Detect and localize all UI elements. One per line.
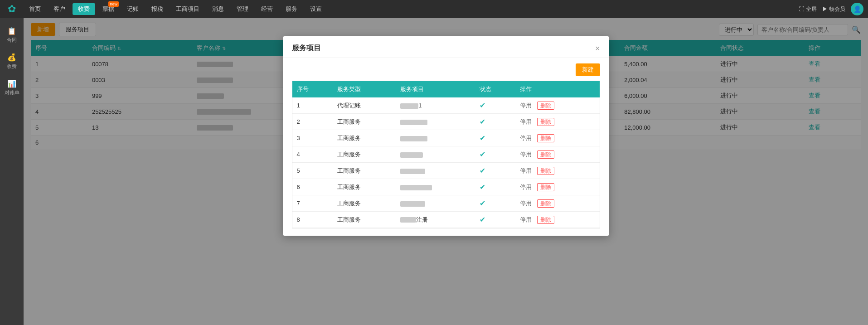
stop-button[interactable]: 停用 xyxy=(520,151,532,158)
delete-button[interactable]: 删除 xyxy=(537,216,554,224)
dialog-cell-status: ✔ xyxy=(475,179,515,195)
dialog-cell-item: 注册 xyxy=(396,212,475,228)
dialog-col-action: 操作 xyxy=(515,81,599,97)
nav-right: ⛶ 全屏 ▶ 畅会员 👤 xyxy=(799,3,863,15)
delete-button[interactable]: 删除 xyxy=(537,199,554,208)
content-area: 新增 服务项目 进行中 全部 已终止 🔍 序号 合同编码 xyxy=(24,18,868,325)
fee-icon: 💰 xyxy=(7,53,16,62)
dialog-cell-type: 工商服务 xyxy=(333,212,396,228)
dialog-toolbar: 新建 xyxy=(292,63,600,76)
dialog-close-button[interactable]: × xyxy=(595,44,600,53)
delete-button[interactable]: 删除 xyxy=(537,118,554,126)
sidebar-item-contract[interactable]: 📋 合同 xyxy=(0,23,24,47)
delete-button[interactable]: 删除 xyxy=(537,134,554,142)
stop-button[interactable]: 停用 xyxy=(520,184,532,190)
contract-icon: 📋 xyxy=(7,26,16,35)
dialog-col-seq: 序号 xyxy=(292,81,333,97)
stop-button[interactable]: 停用 xyxy=(520,118,532,125)
dialog-cell-status: ✔ xyxy=(475,163,515,179)
dialog-cell-seq: 1 xyxy=(292,97,333,114)
dialog-cell-action: 停用 删除 xyxy=(515,130,599,146)
dialog-cell-status: ✔ xyxy=(475,97,515,114)
stop-button[interactable]: 停用 xyxy=(520,167,532,174)
dialog-cell-type: 工商服务 xyxy=(333,163,396,179)
app-logo: ✿ xyxy=(5,2,19,16)
dialog-cell-type: 工商服务 xyxy=(333,195,396,212)
dialog-cell-status: ✔ xyxy=(475,195,515,212)
dialog-cell-type: 工商服务 xyxy=(333,130,396,146)
fullscreen-btn[interactable]: ⛶ 全屏 xyxy=(799,5,816,13)
statement-icon: 📊 xyxy=(7,79,16,88)
dialog-cell-type: 工商服务 xyxy=(333,114,396,130)
dialog-cell-item xyxy=(396,163,475,179)
stop-button[interactable]: 停用 xyxy=(520,216,532,223)
dialog-cell-item xyxy=(396,114,475,130)
dialog-cell-action: 停用 删除 xyxy=(515,97,599,114)
stop-button[interactable]: 停用 xyxy=(520,135,532,141)
dialog-cell-type: 工商服务 xyxy=(333,179,396,195)
nav-business[interactable]: 工商项目 xyxy=(170,3,205,15)
sidebar-item-statement[interactable]: 📊 对账单 xyxy=(0,75,24,100)
nav-service[interactable]: 服务 xyxy=(280,3,303,15)
dialog-col-type: 服务类型 xyxy=(333,81,396,97)
dialog-table-wrap[interactable]: 序号 服务类型 服务项目 状态 操作 1 代理记账 xyxy=(292,81,600,228)
list-item: 5 工商服务 ✔ 停用 删除 xyxy=(292,163,600,179)
list-item: 6 工商服务 ✔ 停用 删除 xyxy=(292,179,600,195)
sidebar: 📋 合同 💰 收费 📊 对账单 xyxy=(0,18,24,325)
dialog-cell-status: ✔ xyxy=(475,212,515,228)
dialog-cell-item xyxy=(396,179,475,195)
nav-message[interactable]: 消息 xyxy=(207,3,229,15)
avatar[interactable]: 👤 xyxy=(851,3,863,15)
nav-settings[interactable]: 设置 xyxy=(305,3,327,15)
delete-button[interactable]: 删除 xyxy=(537,183,554,191)
nav-bookkeeping[interactable]: 记账 xyxy=(121,3,144,15)
new-service-button[interactable]: 新建 xyxy=(576,63,600,76)
nav-fee[interactable]: 收费 xyxy=(73,3,95,15)
dialog-cell-status: ✔ xyxy=(475,146,515,163)
list-item: 7 工商服务 ✔ 停用 删除 xyxy=(292,195,600,212)
dialog-cell-seq: 7 xyxy=(292,195,333,212)
sidebar-item-contract-label: 合同 xyxy=(7,37,17,44)
dialog-cell-action: 停用 删除 xyxy=(515,114,599,130)
dialog-cell-action: 停用 删除 xyxy=(515,212,599,228)
dialog-cell-type: 工商服务 xyxy=(333,146,396,163)
nav-ticket[interactable]: 票据 new xyxy=(97,3,120,15)
nav-home[interactable]: 首页 xyxy=(24,3,46,15)
list-item: 2 工商服务 ✔ 停用 删除 xyxy=(292,114,600,130)
sidebar-item-fee-label: 收费 xyxy=(7,63,17,70)
member-btn[interactable]: ▶ 畅会员 xyxy=(822,5,845,13)
nav-items: 首页 客户 收费 票据 new 记账 报税 工商项目 消息 管理 经营 服务 设… xyxy=(24,3,799,15)
dialog-body: 新建 序号 服务类型 服务项目 状态 操作 xyxy=(283,58,609,236)
nav-customer[interactable]: 客户 xyxy=(48,3,71,15)
dialog-cell-type: 代理记账 xyxy=(333,97,396,114)
dialog-cell-item xyxy=(396,146,475,163)
nav-operation[interactable]: 经营 xyxy=(256,3,278,15)
dialog-cell-status: ✔ xyxy=(475,114,515,130)
dialog-cell-seq: 8 xyxy=(292,212,333,228)
dialog-cell-item xyxy=(396,195,475,212)
dialog-cell-action: 停用 删除 xyxy=(515,179,599,195)
delete-button[interactable]: 删除 xyxy=(537,102,554,110)
new-badge: new xyxy=(108,1,119,7)
nav-tax[interactable]: 报税 xyxy=(146,3,169,15)
sidebar-item-statement-label: 对账单 xyxy=(5,89,19,96)
delete-button[interactable]: 删除 xyxy=(537,167,554,175)
dialog-cell-action: 停用 删除 xyxy=(515,195,599,212)
list-item: 8 工商服务 注册 ✔ 停用 删除 xyxy=(292,212,600,228)
sidebar-item-fee[interactable]: 💰 收费 xyxy=(0,49,24,73)
list-item: 1 代理记账 1 ✔ 停用 删除 xyxy=(292,97,600,114)
delete-button[interactable]: 删除 xyxy=(537,150,554,159)
nav-manage[interactable]: 管理 xyxy=(231,3,254,15)
dialog-cell-action: 停用 删除 xyxy=(515,146,599,163)
dialog-cell-item xyxy=(396,130,475,146)
dialog-cell-seq: 6 xyxy=(292,179,333,195)
dialog-header: 服务项目 × xyxy=(283,36,609,58)
dialog-cell-seq: 3 xyxy=(292,130,333,146)
dialog-cell-seq: 2 xyxy=(292,114,333,130)
dialog-col-item: 服务项目 xyxy=(396,81,475,97)
stop-button[interactable]: 停用 xyxy=(520,200,532,207)
stop-button[interactable]: 停用 xyxy=(520,102,532,109)
dialog-cell-status: ✔ xyxy=(475,130,515,146)
top-navigation: ✿ 首页 客户 收费 票据 new 记账 报税 工商项目 消息 管理 经营 服务… xyxy=(0,0,868,18)
dialog-cell-seq: 5 xyxy=(292,163,333,179)
